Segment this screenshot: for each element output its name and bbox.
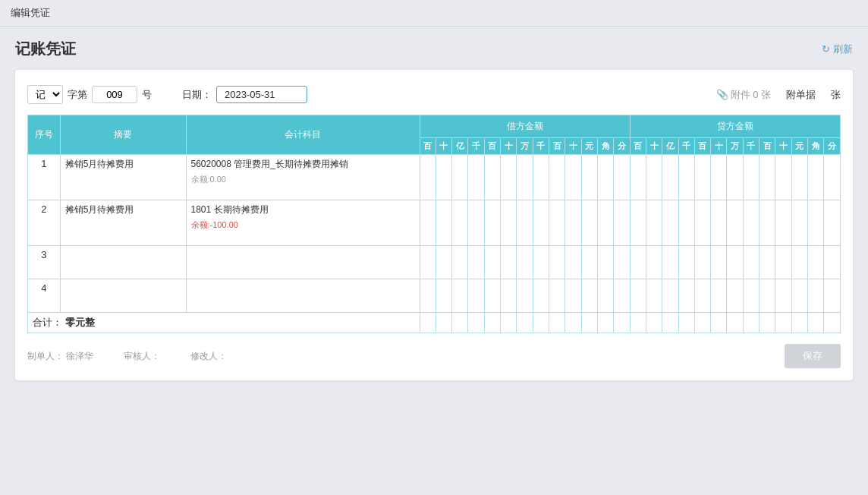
account-1[interactable]: 56020008 管理费用_长期待摊费用摊销 余额:0.00 <box>186 155 420 200</box>
d1-11[interactable] <box>581 155 597 200</box>
d2-5[interactable] <box>484 200 500 246</box>
c1-5[interactable] <box>694 155 710 200</box>
d1-5[interactable] <box>484 155 500 200</box>
d2-13[interactable] <box>614 200 630 246</box>
window-title: 编辑凭证 <box>11 7 50 18</box>
th-credit: 贷方金额 <box>630 115 840 138</box>
c2-11[interactable] <box>791 200 807 246</box>
d1-7[interactable] <box>517 155 533 200</box>
c2-1[interactable] <box>630 200 646 246</box>
title-bar: 编辑凭证 <box>0 0 868 27</box>
account-3[interactable] <box>186 246 420 279</box>
d1-3[interactable] <box>452 155 468 200</box>
c1-10[interactable] <box>775 155 791 200</box>
total-row: 合计： 零元整 <box>28 313 841 333</box>
c2-3[interactable] <box>662 200 678 246</box>
c2-8[interactable] <box>743 200 759 246</box>
c1-6[interactable] <box>711 155 727 200</box>
word-label: 字第 <box>68 88 87 102</box>
page-header: 记账凭证 ↻ 刷新 <box>15 39 853 59</box>
summary-3[interactable] <box>60 246 186 279</box>
c2-12[interactable] <box>808 200 824 246</box>
c2-4[interactable] <box>678 200 694 246</box>
c1-9[interactable] <box>760 155 775 200</box>
c2-13[interactable] <box>824 200 841 246</box>
th-d-wan1: 万 <box>517 138 533 155</box>
d1-4[interactable] <box>468 155 484 200</box>
th-c-shi3: 十 <box>775 138 791 155</box>
d2-6[interactable] <box>501 200 517 246</box>
c1-3[interactable] <box>662 155 678 200</box>
voucher-number-input[interactable] <box>92 86 137 103</box>
d1-8[interactable] <box>533 155 549 200</box>
th-c-jiao1: 角 <box>808 138 824 155</box>
c1-7[interactable] <box>727 155 743 200</box>
total-value: 零元整 <box>65 317 95 328</box>
refresh-button[interactable]: ↻ 刷新 <box>822 43 853 56</box>
d1-12[interactable] <box>597 155 613 200</box>
c1-13[interactable] <box>824 155 841 200</box>
c2-2[interactable] <box>646 200 662 246</box>
d2-11[interactable] <box>581 200 597 246</box>
voucher-type-select[interactable]: 记 <box>27 85 63 104</box>
table-row: 4 <box>28 279 841 313</box>
save-button[interactable]: 保存 <box>785 344 841 368</box>
d2-12[interactable] <box>597 200 613 246</box>
c2-7[interactable] <box>727 200 743 246</box>
seq-4: 4 <box>28 279 61 313</box>
d1-2[interactable] <box>436 155 451 200</box>
d1-9[interactable] <box>549 155 565 200</box>
date-label: 日期： <box>182 88 212 102</box>
refresh-icon: ↻ <box>822 43 830 55</box>
d1-1[interactable] <box>420 155 436 200</box>
d1-13[interactable] <box>614 155 630 200</box>
d2-3[interactable] <box>452 200 468 246</box>
c1-2[interactable] <box>646 155 662 200</box>
d2-10[interactable] <box>565 200 581 246</box>
c1-8[interactable] <box>743 155 759 200</box>
d1-6[interactable] <box>501 155 517 200</box>
d2-2[interactable] <box>436 200 451 246</box>
form-row: 记 字第 号 日期： 📎 附件 0 张 附单据 张 <box>27 85 841 104</box>
d2-7[interactable] <box>517 200 533 246</box>
modifier-field: 修改人： <box>190 350 227 363</box>
seq-2: 2 <box>28 200 61 246</box>
th-d-shi3: 十 <box>565 138 581 155</box>
d2-4[interactable] <box>468 200 484 246</box>
c2-10[interactable] <box>775 200 791 246</box>
date-input[interactable] <box>216 86 307 103</box>
account-4[interactable] <box>186 279 420 313</box>
d2-8[interactable] <box>533 200 549 246</box>
summary-4[interactable] <box>60 279 186 313</box>
table-row: 3 <box>28 246 841 279</box>
c1-1[interactable] <box>630 155 646 200</box>
refresh-label: 刷新 <box>833 43 853 56</box>
c1-4[interactable] <box>678 155 694 200</box>
c2-9[interactable] <box>760 200 775 246</box>
attachment-link[interactable]: 📎 附件 0 张 <box>716 88 771 102</box>
creator-value: 徐泽华 <box>66 351 93 361</box>
th-d-qian1: 千 <box>468 138 484 155</box>
d2-9[interactable] <box>549 200 565 246</box>
seq-1: 1 <box>28 155 61 200</box>
th-d-bai1: 百 <box>420 138 436 155</box>
c2-5[interactable] <box>694 200 710 246</box>
c2-6[interactable] <box>711 200 727 246</box>
table-row: 1 摊销5月待摊费用 56020008 管理费用_长期待摊费用摊销 余额:0.0… <box>28 155 841 200</box>
th-d-shi2: 十 <box>501 138 517 155</box>
c1-11[interactable] <box>791 155 807 200</box>
single-receipt-label[interactable]: 附单据 <box>786 88 816 102</box>
d2-1[interactable] <box>420 200 436 246</box>
account-2[interactable]: 1801 长期待摊费用 余额:-100.00 <box>186 200 420 246</box>
summary-2[interactable]: 摊销5月待摊费用 <box>60 200 186 246</box>
date-group: 日期： <box>182 86 307 103</box>
page-title: 记账凭证 <box>15 39 76 59</box>
c1-12[interactable] <box>808 155 824 200</box>
d1-10[interactable] <box>565 155 581 200</box>
footer-row: 制单人： 徐泽华 审核人： 修改人： 保存 <box>27 344 841 368</box>
footer-fields: 制单人： 徐泽华 审核人： 修改人： <box>27 350 227 363</box>
th-c-bai2: 百 <box>694 138 710 155</box>
th-summary: 摘要 <box>60 115 186 155</box>
summary-1[interactable]: 摊销5月待摊费用 <box>60 155 186 200</box>
voucher-card: 记 字第 号 日期： 📎 附件 0 张 附单据 张 <box>15 70 853 380</box>
